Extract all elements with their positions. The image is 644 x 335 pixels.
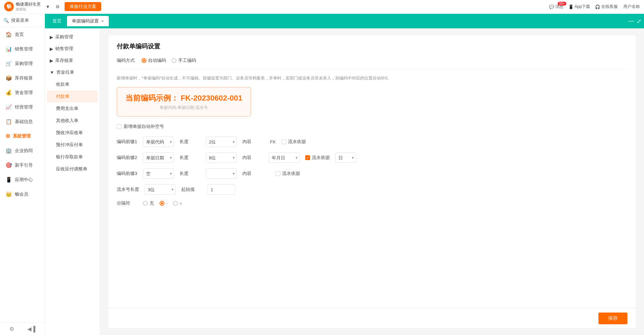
sidebar-bottom: ⚙ ◀▐: [0, 323, 45, 335]
tab-home[interactable]: 首页: [48, 16, 66, 26]
menu-group-capital[interactable]: ▼ 资金往来: [45, 66, 100, 78]
sidebar-item-vip[interactable]: 👑 畅会员: [1, 188, 43, 201]
message-icon-item[interactable]: 💬 消息 99+: [549, 4, 564, 10]
menu-group-sales[interactable]: ▶ 销售管理: [45, 43, 100, 55]
prefix2-select[interactable]: 单据日期: [143, 152, 174, 163]
prefix3-flow-box: [276, 171, 280, 176]
serial-start-label: 起始值: [181, 186, 202, 193]
sidebar-item-vip-label: 畅会员: [15, 191, 28, 197]
sidebar-item-enterprise[interactable]: 🏢 企业协同: [1, 144, 43, 157]
tabbar-actions: — ⤢: [628, 18, 641, 25]
sidebar-item-purchase[interactable]: 🛒 采购管理: [1, 57, 43, 70]
prefix1-length-wrapper: 2位: [206, 137, 237, 147]
tab-encoding-close[interactable]: ✕: [101, 19, 104, 24]
menu-item-other-income[interactable]: 其他收入单: [47, 115, 98, 127]
sidebar-item-basic[interactable]: 📋 基础信息: [1, 115, 43, 128]
prefix1-flow-checkbox[interactable]: 流水依据: [281, 139, 306, 145]
main-layout: 🔍 搜索菜单 🏠 首页 📊 销售管理 🛒 采购管理 📦 库存核算 💰 资金管理 …: [0, 14, 644, 335]
sidebar-item-finance[interactable]: 💰 资金管理: [1, 86, 43, 99]
sidebar-item-system[interactable]: ⚙ 系统管理: [1, 130, 43, 143]
topbar-settings-icon[interactable]: ⚙: [54, 3, 62, 10]
prefix3-flow-checkbox[interactable]: 流水依据: [276, 170, 300, 177]
auto-code-label: 自动编码: [148, 57, 166, 64]
menu-item-advance-payment[interactable]: 预付冲应付单: [47, 139, 98, 151]
page-title: 付款单编码设置: [117, 42, 627, 50]
prefix3-length-label: 长度: [180, 170, 200, 177]
prefix-row-1: 编码前缀1 单据代码 长度 2位 内容: [117, 137, 627, 147]
menu-group-purchase-arrow: ▶: [50, 35, 53, 40]
menu-item-receipt[interactable]: 收款单: [47, 78, 98, 90]
tab-encoding[interactable]: 单据编码设置 ✕: [67, 16, 109, 26]
sidebar-item-appstore-label: 应用中心: [15, 177, 33, 183]
manual-code-radio[interactable]: 手工编码: [172, 57, 196, 64]
download-icon-item[interactable]: 📱 App下载: [568, 4, 590, 10]
topbar-right: 💬 消息 99+ 📱 App下载 🎧 在线客服 用户名称: [549, 4, 640, 10]
prefix2-unit-select[interactable]: 日: [335, 152, 356, 163]
sidebar-item-operations-label: 经营管理: [15, 104, 33, 110]
menu-group-capital-arrow: ▼: [50, 70, 54, 75]
trial-button[interactable]: 体验行业方案: [65, 2, 101, 11]
serial-start-input[interactable]: [208, 184, 235, 195]
auto-code-radio[interactable]: 自动编码: [142, 57, 166, 64]
separator-circle-radio[interactable]: ○: [173, 201, 182, 206]
sidebar-item-appstore[interactable]: 📱 应用中心: [1, 173, 43, 186]
menu-group-inventory[interactable]: ▶ 库存核算: [45, 55, 100, 66]
prefix3-length-select[interactable]: [206, 168, 237, 179]
separator-label: 分隔符: [117, 200, 137, 206]
save-button[interactable]: 保存: [598, 313, 627, 324]
sidebar-item-newbie[interactable]: 🎯 新手引导: [1, 159, 43, 172]
topbar-icons: 💬 消息 99+ 📱 App下载 🎧 在线客服: [549, 4, 618, 10]
sales-icon: 📊: [6, 46, 12, 52]
prefix2-label: 编码前缀2: [117, 155, 137, 161]
serial-length-select[interactable]: 3位: [145, 184, 176, 195]
separator-none-radio[interactable]: 无: [143, 200, 154, 206]
sidebar-item-sales-label: 销售管理: [15, 46, 33, 52]
auto-fill-checkbox[interactable]: [117, 124, 122, 129]
topbar-nav-dropdown[interactable]: ▼: [44, 3, 52, 10]
separator-circle-label: ○: [180, 201, 182, 206]
prefix3-select[interactable]: 空: [143, 168, 174, 179]
service-icon: 🎧: [595, 4, 600, 9]
prefix2-flow-checkbox[interactable]: ✓ 流水依据: [305, 155, 330, 161]
finance-icon: 💰: [6, 90, 12, 96]
menu-group-capital-label: 资金往来: [56, 69, 74, 75]
prefix2-length-select[interactable]: 8位: [206, 152, 237, 163]
sidebar-item-home[interactable]: 🏠 首页: [1, 28, 43, 41]
menu-item-advance-receipt[interactable]: 预收冲应收单: [47, 127, 98, 139]
user-label[interactable]: 用户名称: [623, 4, 640, 10]
menu-group-purchase[interactable]: ▶ 采购管理: [45, 31, 100, 43]
newbie-icon: 🎯: [6, 162, 12, 168]
tabbar-maximize-icon[interactable]: ⤢: [637, 18, 641, 25]
service-icon-item[interactable]: 🎧 在线客服: [595, 4, 618, 10]
prefix-row-3: 编码前缀3 空 长度 内容: [117, 168, 627, 179]
separator-circle-dot: [173, 201, 178, 206]
manual-code-label: 手工编码: [178, 57, 196, 64]
prefix2-select-wrapper: 单据日期: [143, 152, 174, 163]
prefix1-length-select[interactable]: 2位: [206, 137, 237, 147]
prefix2-length-wrapper: 8位: [206, 152, 237, 163]
menu-item-adjust[interactable]: 应收应付调整单: [47, 163, 98, 175]
encoding-radio-group: 自动编码 手工编码: [142, 57, 196, 64]
sidebar-collapse-icon[interactable]: ◀▐: [27, 326, 35, 332]
menu-item-payment[interactable]: 付款单: [47, 91, 98, 102]
sidebar-item-newbie-label: 新手引导: [15, 162, 33, 168]
prefix2-content-select[interactable]: 年月日: [269, 152, 300, 163]
tab-encoding-label: 单据编码设置: [72, 18, 99, 24]
separator-dot-radio[interactable]: ·: [160, 201, 167, 206]
menu-group-sales-arrow: ▶: [50, 46, 53, 52]
sidebar-item-sales[interactable]: 📊 销售管理: [1, 43, 43, 56]
prefix2-unit-wrapper: 日: [335, 152, 356, 163]
sidebar-settings-icon[interactable]: ⚙: [9, 326, 14, 332]
home-icon: 🏠: [6, 31, 12, 38]
menu-item-bank[interactable]: 银行存取款单: [47, 151, 98, 163]
sidebar-item-inventory[interactable]: 📦 库存核算: [1, 72, 43, 85]
tabbar-minimize-icon[interactable]: —: [628, 18, 634, 24]
sidebar-item-operations[interactable]: 📈 经营管理: [1, 101, 43, 114]
tab-home-label: 首页: [52, 18, 61, 24]
prefix1-select[interactable]: 单据代码: [143, 137, 174, 147]
prefix3-flow-label: 流水依据: [282, 170, 300, 177]
prefix1-content-label: 内容: [242, 139, 263, 145]
menu-item-expense[interactable]: 费用支出单: [47, 103, 98, 114]
auto-fill-row: 新增单据自动补空号: [117, 123, 627, 130]
search-menu[interactable]: 🔍 搜索菜单: [0, 14, 45, 27]
